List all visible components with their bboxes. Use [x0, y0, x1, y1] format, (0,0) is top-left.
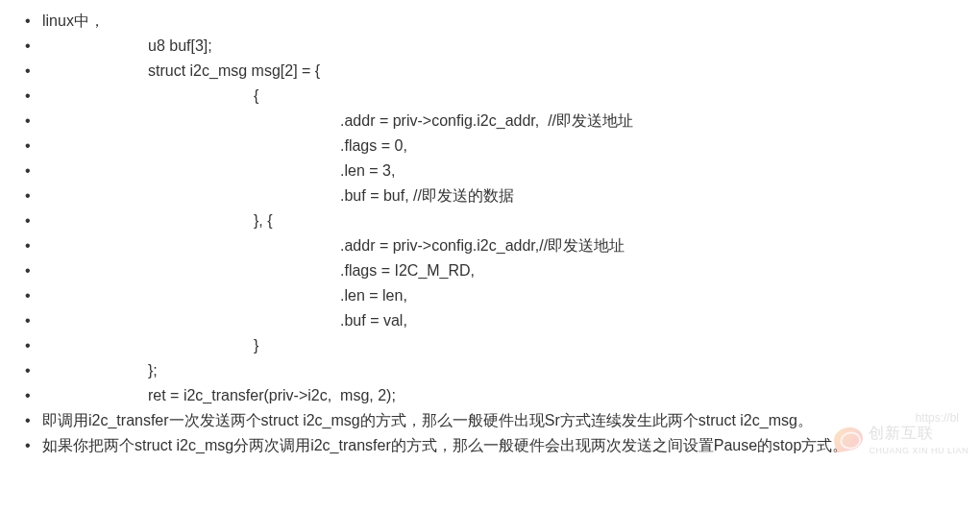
- watermark-sub: CHUANG XIN HU LIAN: [869, 445, 968, 458]
- code-text: linux中，: [42, 10, 961, 33]
- code-text: 即调用i2c_transfer一次发送两个struct i2c_msg的方式，那…: [42, 409, 961, 432]
- code-text: struct i2c_msg msg[2] = {: [42, 62, 320, 79]
- code-text: .buf = buf, //即发送的数据: [42, 187, 514, 204]
- list-item: }: [19, 334, 961, 357]
- code-text: .addr = priv->config.i2c_addr, //即发送地址: [42, 112, 633, 129]
- code-text: .len = len,: [42, 287, 407, 304]
- list-item: 即调用i2c_transfer一次发送两个struct i2c_msg的方式，那…: [19, 409, 961, 432]
- code-text: };: [42, 362, 158, 378]
- list-item: .addr = priv->config.i2c_addr, //即发送地址: [19, 110, 961, 133]
- list-item: struct i2c_msg msg[2] = {: [19, 60, 961, 83]
- list-item: {: [19, 85, 961, 108]
- bullet-list: linux中，u8 buf[3];struct i2c_msg msg[2] =…: [19, 10, 961, 457]
- watermark-brand: 创新互联: [869, 422, 968, 445]
- list-item: linux中，: [19, 10, 961, 33]
- code-text: .len = 3,: [42, 162, 395, 179]
- code-text: .addr = priv->config.i2c_addr,//即发送地址: [42, 237, 625, 254]
- list-item: 如果你把两个struct i2c_msg分两次调用i2c_transfer的方式…: [19, 434, 961, 457]
- code-text: {: [42, 87, 258, 104]
- list-item: .addr = priv->config.i2c_addr,//即发送地址: [19, 234, 961, 257]
- list-item: u8 buf[3];: [19, 35, 961, 58]
- watermark: 创新互联 CHUANG XIN HU LIAN: [834, 422, 968, 458]
- code-text: .flags = 0,: [42, 137, 407, 154]
- code-text: .buf = val,: [42, 312, 407, 329]
- list-item: .flags = 0,: [19, 134, 961, 158]
- list-item: .flags = I2C_M_RD,: [19, 259, 961, 282]
- list-item: ret = i2c_transfer(priv->i2c, msg, 2);: [19, 384, 961, 407]
- code-text: }: [42, 337, 258, 354]
- list-item: };: [19, 359, 961, 382]
- list-item: }, {: [19, 209, 961, 232]
- code-text: ret = i2c_transfer(priv->i2c, msg, 2);: [42, 387, 396, 403]
- list-item: .buf = val,: [19, 309, 961, 332]
- code-text: }, {: [42, 212, 273, 229]
- code-text: .flags = I2C_M_RD,: [42, 262, 475, 279]
- code-text: u8 buf[3];: [42, 37, 212, 54]
- watermark-logo-icon: [833, 426, 866, 453]
- list-item: .len = 3,: [19, 159, 961, 183]
- list-item: .len = len,: [19, 284, 961, 307]
- code-text: 如果你把两个struct i2c_msg分两次调用i2c_transfer的方式…: [42, 434, 961, 457]
- list-item: .buf = buf, //即发送的数据: [19, 184, 961, 207]
